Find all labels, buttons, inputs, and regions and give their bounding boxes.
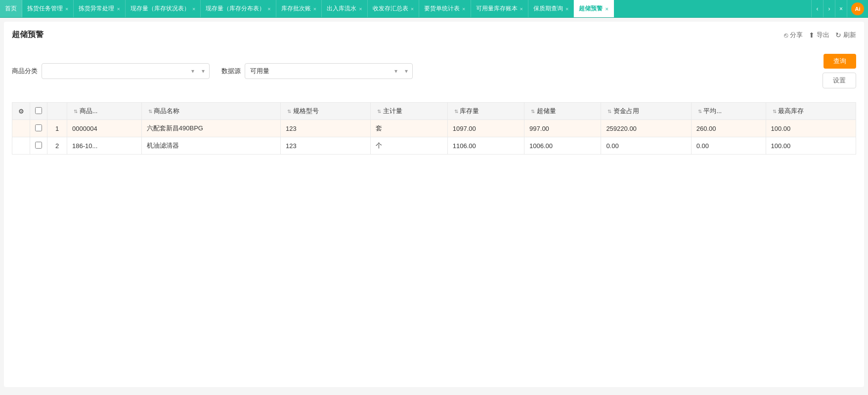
header-actions: ⎋ 分享 ⬆ 导出 ↻ 刷新	[784, 31, 856, 40]
nav-tab-home[interactable]: 首页	[0, 0, 22, 18]
th-avg[interactable]: ⇅ 平均...	[691, 103, 766, 120]
page-content: 超储预警 ⎋ 分享 ⬆ 导出 ↻ 刷新 商品分类 ▾	[4, 22, 864, 387]
close-icon[interactable]: ×	[565, 6, 568, 12]
th-checkbox[interactable]	[30, 103, 47, 120]
td-name: 机油滤清器	[141, 137, 280, 155]
nav-tab-11[interactable]: 超储预警 ×	[574, 0, 613, 18]
td-sku: 0000004	[67, 120, 142, 137]
td-overstock: 997.00	[524, 120, 601, 137]
close-icon[interactable]: ×	[411, 6, 414, 12]
td-stock: 1097.00	[447, 120, 524, 137]
category-label: 商品分类	[12, 67, 38, 76]
share-button[interactable]: ⎋ 分享	[784, 31, 803, 40]
td-checkbox[interactable]	[30, 137, 47, 155]
close-icon[interactable]: ×	[65, 6, 68, 12]
sort-icon: ⇅	[773, 109, 777, 114]
td-row-num: 2	[47, 137, 67, 155]
datasource-select[interactable]: 可用量 ▾	[245, 63, 413, 79]
th-capital[interactable]: ⇅ 资金占用	[601, 103, 691, 120]
page-header: 超储预警 ⎋ 分享 ⬆ 导出 ↻ 刷新	[12, 30, 856, 40]
nav-tab-label: 要货单统计表	[424, 4, 460, 13]
close-icon[interactable]: ×	[605, 6, 608, 12]
td-overstock: 1006.00	[524, 137, 601, 155]
sort-icon: ⇅	[698, 109, 702, 114]
data-table: ⚙ ⇅ 商品... ⇅ 商品名称 ⇅ 规格型号	[12, 102, 856, 155]
table-body: 1 0000004 六配套新昌490BPG 123 套 1097.00 997.…	[12, 120, 856, 155]
share-icon: ⎋	[784, 31, 788, 39]
close-icon[interactable]: ×	[192, 6, 195, 12]
td-unit: 个	[371, 137, 447, 155]
nav-tab-2[interactable]: 拣货异常处理 ×	[74, 0, 125, 18]
nav-tab-9[interactable]: 可用量库存账本 ×	[471, 0, 528, 18]
row-checkbox[interactable]	[35, 124, 42, 131]
sort-icon: ⇅	[74, 109, 78, 114]
datasource-filter: 数据源 可用量 ▾	[221, 63, 413, 79]
th-unit[interactable]: ⇅ 主计量	[371, 103, 447, 120]
nav-tab-1[interactable]: 拣货任务管理 ×	[22, 0, 74, 18]
nav-next-button[interactable]: ›	[823, 0, 835, 18]
chevron-down-icon: ▾	[394, 68, 397, 75]
select-all-checkbox[interactable]	[35, 107, 42, 114]
th-spec[interactable]: ⇅ 规格型号	[281, 103, 371, 120]
nav-tab-label: 收发存汇总表	[373, 4, 408, 13]
close-icon[interactable]: ×	[117, 6, 120, 12]
row-checkbox[interactable]	[35, 142, 42, 149]
sort-icon: ⇅	[377, 109, 381, 114]
query-button[interactable]: 查询	[824, 54, 856, 69]
export-button[interactable]: ⬆ 导出	[809, 31, 829, 40]
td-avg: 0.00	[691, 137, 766, 155]
td-name: 六配套新昌490BPG	[141, 120, 280, 137]
table-row: 2 186-10... 机油滤清器 123 个 1106.00 1006.00 …	[12, 137, 856, 155]
td-checkbox[interactable]	[30, 120, 47, 137]
td-gear	[12, 120, 30, 137]
close-icon[interactable]: ×	[267, 6, 270, 12]
category-select[interactable]: ▾	[42, 63, 210, 79]
settings-button[interactable]: 设置	[823, 73, 856, 88]
datasource-select-wrapper: 可用量 ▾	[245, 63, 413, 79]
nav-prev-button[interactable]: ‹	[811, 0, 823, 18]
nav-tab-4[interactable]: 现存量（库存分布表） ×	[201, 0, 276, 18]
nav-tab-7[interactable]: 收发存汇总表 ×	[368, 0, 419, 18]
th-sku[interactable]: ⇅ 商品...	[67, 103, 142, 120]
datasource-select-value: 可用量	[250, 67, 269, 76]
th-overstock[interactable]: ⇅ 超储量	[524, 103, 601, 120]
close-icon[interactable]: ×	[462, 6, 465, 12]
nav-tab-8[interactable]: 要货单统计表 ×	[419, 0, 471, 18]
nav-tab-6[interactable]: 出入库流水 ×	[322, 0, 367, 18]
sort-icon: ⇅	[454, 109, 458, 114]
nav-tab-5[interactable]: 库存批次账 ×	[276, 0, 322, 18]
td-stock: 1106.00	[447, 137, 524, 155]
user-area: Ai	[847, 0, 868, 18]
th-maxstock[interactable]: ⇅ 最高库存	[766, 103, 856, 120]
td-spec: 123	[281, 137, 371, 155]
td-unit: 套	[371, 120, 447, 137]
nav-tab-3[interactable]: 现存量（库存状况表） ×	[126, 0, 201, 18]
refresh-button[interactable]: ↻ 刷新	[835, 31, 856, 40]
gear-icon: ⚙	[18, 108, 24, 115]
th-stock[interactable]: ⇅ 库存量	[447, 103, 524, 120]
nav-close-button[interactable]: ×	[835, 0, 847, 18]
td-sku: 186-10...	[67, 137, 142, 155]
nav-tab-label: 出入库流水	[327, 4, 356, 13]
nav-tab-10[interactable]: 保质期查询 ×	[528, 0, 574, 18]
nav-tab-label: 拣货任务管理	[27, 4, 63, 13]
td-spec: 123	[281, 120, 371, 137]
close-icon[interactable]: ×	[520, 6, 523, 12]
close-icon[interactable]: ×	[313, 6, 316, 12]
table-row: 1 0000004 六配套新昌490BPG 123 套 1097.00 997.…	[12, 120, 856, 137]
td-maxstock: 100.00	[766, 120, 856, 137]
th-row-num	[47, 103, 67, 120]
export-icon: ⬆	[809, 31, 815, 39]
td-row-num: 1	[47, 120, 67, 137]
td-avg: 260.00	[691, 120, 766, 137]
th-name[interactable]: ⇅ 商品名称	[141, 103, 280, 120]
filter-buttons: 查询 设置	[823, 54, 856, 88]
td-capital: 0.00	[601, 137, 691, 155]
td-gear	[12, 137, 30, 155]
nav-tab-label: 现存量（库存分布表）	[206, 4, 265, 13]
nav-arrows: ‹ › × Ai	[811, 0, 868, 18]
close-icon[interactable]: ×	[359, 6, 362, 12]
th-gear[interactable]: ⚙	[12, 103, 30, 120]
nav-tab-label: 保质期查询	[533, 4, 563, 13]
nav-tab-label: 超储预警	[579, 4, 603, 13]
